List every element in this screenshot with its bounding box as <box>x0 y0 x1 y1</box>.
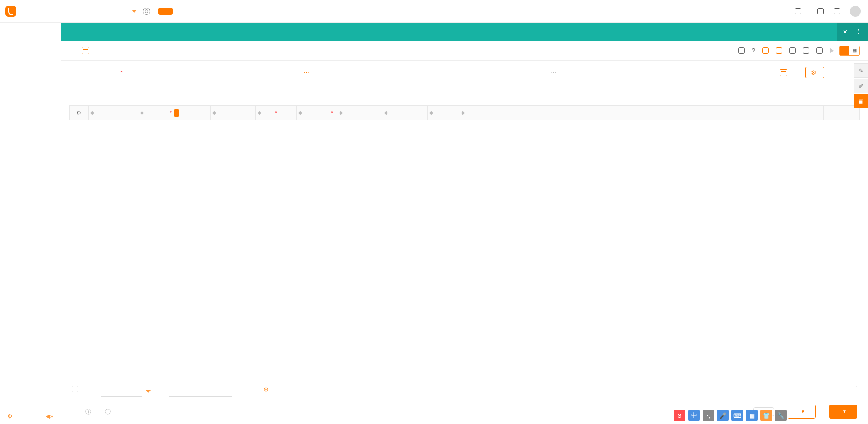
col-avail[interactable] <box>783 106 824 120</box>
help-icon: ? <box>752 47 755 54</box>
col-barcode[interactable] <box>89 106 138 120</box>
ime-lang-icon[interactable]: 中 <box>688 410 700 421</box>
shortcut-link[interactable] <box>762 47 770 54</box>
gear-icon: ⚙ <box>811 69 816 76</box>
play-icon <box>738 47 745 54</box>
eta-input[interactable] <box>631 67 775 78</box>
chevron-down-icon: ▼ <box>842 409 847 414</box>
agent-input[interactable] <box>401 67 546 78</box>
sidebar: ⚙ ◀» <box>0 23 61 424</box>
sidebar-footer: ⚙ ◀» <box>0 408 61 424</box>
view-toggle[interactable]: ≡ ▦ <box>839 46 860 56</box>
action-link[interactable] <box>803 47 811 54</box>
top-bar <box>0 0 868 23</box>
experience-button[interactable] <box>158 8 173 15</box>
ime-grid-icon[interactable]: ▦ <box>746 410 758 421</box>
support-link[interactable] <box>834 8 842 14</box>
messages-link[interactable] <box>795 8 809 14</box>
account-input[interactable] <box>169 386 232 397</box>
tab-bar: ✕ ⛶ <box>61 23 868 41</box>
rail-edit-icon[interactable]: ✐ <box>854 79 868 93</box>
col-price[interactable] <box>337 106 382 120</box>
category-select[interactable] <box>78 10 137 13</box>
phone-icon <box>817 8 824 14</box>
chevron-down-icon <box>132 10 137 13</box>
tab-close-all[interactable]: ✕ <box>837 23 853 41</box>
avatar-icon <box>850 6 861 17</box>
view-grid-icon[interactable]: ▦ <box>849 46 859 55</box>
help-link[interactable]: ? <box>752 47 757 54</box>
supplier-input[interactable] <box>127 67 299 78</box>
video-link[interactable] <box>738 47 746 54</box>
right-rail: ✎ ✐ ▣ <box>854 63 868 109</box>
remark-input[interactable] <box>127 85 299 95</box>
ime-taskbar: S 中 •, 🎤 ⌨ ▦ 👕 🔧 <box>674 410 787 421</box>
ime-keyboard-icon[interactable]: ⌨ <box>731 410 743 421</box>
save-draft-button[interactable]: ▼ <box>788 405 816 419</box>
tab-fullscreen[interactable]: ⛶ <box>853 23 868 41</box>
chat-icon <box>795 8 801 14</box>
chevron-down-icon: ▼ <box>801 409 805 414</box>
print-icon <box>789 47 796 54</box>
col-qty[interactable] <box>297 106 337 120</box>
document-toolbar: ? ≡ ▦ <box>61 41 868 61</box>
print-link[interactable] <box>789 47 797 54</box>
col-blank[interactable] <box>459 106 783 120</box>
rail-image-icon[interactable]: ▣ <box>854 94 868 108</box>
supplier-label <box>90 69 123 76</box>
col-settings[interactable]: ⚙ <box>70 106 89 120</box>
brand-logo <box>5 6 69 17</box>
user-menu[interactable] <box>850 6 863 17</box>
save-new-button[interactable]: ▼ <box>829 405 857 419</box>
list-icon <box>776 47 782 54</box>
view-list-icon[interactable]: ≡ <box>840 46 849 55</box>
settings-button[interactable]: ⚙ <box>805 67 824 78</box>
totals-panel <box>856 386 857 387</box>
col-product[interactable] <box>138 106 211 120</box>
next-doc-icon[interactable] <box>830 48 834 53</box>
ime-mic-icon[interactable]: 🎤 <box>717 410 729 421</box>
rail-note-icon[interactable]: ✎ <box>854 63 868 78</box>
ime-tool-icon[interactable]: 🔧 <box>775 410 787 421</box>
history-link[interactable] <box>816 47 825 54</box>
eta-calendar-icon[interactable] <box>780 69 787 76</box>
gear-icon[interactable] <box>143 8 150 15</box>
onekey-checkbox[interactable] <box>72 386 78 392</box>
ime-punct-icon[interactable]: •, <box>703 410 714 421</box>
top-tools <box>795 6 863 17</box>
line-items-grid: ⚙ <box>61 105 868 381</box>
settle-input[interactable] <box>101 386 142 397</box>
history-icon <box>816 47 823 54</box>
ime-sogou-icon[interactable]: S <box>674 410 685 421</box>
col-gift[interactable] <box>428 106 459 120</box>
ime-skin-icon[interactable]: 👕 <box>760 410 772 421</box>
help-icon[interactable]: ⓘ <box>105 408 111 415</box>
col-qty-label <box>331 110 333 116</box>
headset-icon <box>834 8 840 14</box>
collapse-icon[interactable]: ◀» <box>46 413 53 419</box>
action-icon <box>803 47 809 54</box>
select-doc-link[interactable] <box>776 47 784 54</box>
payment-section: ⊕ <box>61 381 868 399</box>
add-payment-link[interactable]: ⊕ <box>264 386 273 393</box>
header-form: ⋯ ⋯ ⚙ <box>61 61 868 105</box>
col-spec[interactable] <box>211 106 256 120</box>
settings-icon[interactable]: ⚙ <box>7 413 13 419</box>
help-icon[interactable]: ⓘ <box>85 408 91 415</box>
col-amount[interactable] <box>382 106 428 120</box>
col-product-label <box>170 110 172 116</box>
plus-icon: ⊕ <box>264 386 269 393</box>
keyboard-icon <box>762 47 769 54</box>
chevron-down-icon[interactable] <box>146 390 151 393</box>
col-unit-label <box>275 110 277 116</box>
supplier-lookup-icon[interactable]: ⋯ <box>303 69 310 76</box>
agent-lookup-icon[interactable]: ⋯ <box>551 69 557 76</box>
calendar-icon[interactable] <box>82 47 89 54</box>
scan-entry-button[interactable] <box>174 109 179 117</box>
col-unit[interactable] <box>256 106 297 120</box>
brand-mark-icon <box>5 6 16 17</box>
app-download-link[interactable] <box>817 8 826 14</box>
